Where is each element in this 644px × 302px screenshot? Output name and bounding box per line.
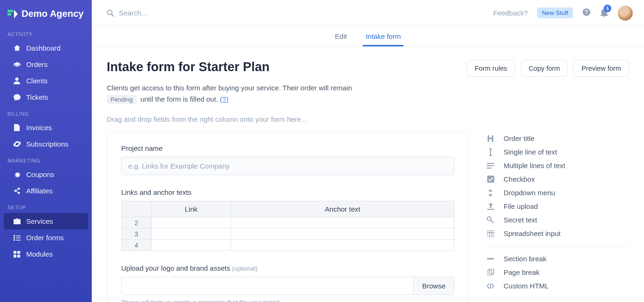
palette-label: Dropdown menu — [504, 189, 555, 197]
palette-spreadsheet[interactable]: Spreadsheet input — [484, 227, 629, 240]
sheet-cell[interactable] — [231, 217, 454, 228]
desc-help-link[interactable]: (?) — [220, 95, 228, 103]
sheet-cell[interactable] — [231, 240, 454, 251]
brand-name: Demo Agency — [22, 8, 84, 19]
refresh-icon — [13, 140, 21, 147]
svg-marker-2 — [14, 10, 18, 18]
svg-point-6 — [17, 192, 20, 194]
svg-rect-1 — [7, 13, 11, 15]
builder-row: Project name Links and anchor texts Link… — [107, 132, 629, 302]
lines-icon — [486, 163, 495, 169]
copy-icon — [486, 269, 495, 276]
palette-dropdown[interactable]: Dropdown menu — [484, 186, 629, 199]
sheet-row[interactable]: 3 — [122, 228, 454, 240]
subnav: Edit Intake form — [92, 26, 644, 47]
palette-label: Page break — [504, 268, 540, 276]
sidebar-item-dashboard[interactable]: Dashboard — [0, 40, 92, 56]
tab-edit[interactable]: Edit — [332, 32, 350, 46]
svg-rect-24 — [487, 176, 494, 183]
palette-order-title[interactable]: Order title — [484, 132, 629, 145]
svg-rect-12 — [16, 240, 21, 241]
sheet-rownum: 4 — [122, 240, 152, 251]
sheet-header-link: Link — [152, 201, 231, 217]
palette-section-break[interactable]: Section break — [484, 252, 629, 265]
palette-secret[interactable]: Secret text — [484, 213, 629, 227]
sidebar-item-clients[interactable]: Clients — [0, 73, 92, 89]
sidebar-item-label: Invoices — [26, 124, 52, 132]
copy-form-button[interactable]: Copy form — [521, 60, 568, 77]
code-icon — [486, 283, 495, 289]
palette-multi-line[interactable]: Multiple lines of text — [484, 159, 629, 172]
form-card: Project name Links and anchor texts Link… — [107, 132, 469, 302]
minus-icon — [486, 258, 495, 260]
sidebar-item-label: Services — [26, 217, 53, 225]
upload-path-input[interactable] — [121, 277, 413, 295]
field-palette: Order title Single line of text Multiple… — [484, 132, 629, 293]
sheet-row[interactable]: 2 — [122, 217, 454, 228]
palette-page-break[interactable]: Page break — [484, 265, 629, 279]
palette-label: Secret text — [504, 216, 537, 224]
palette-custom-html[interactable]: Custom HTML — [484, 279, 629, 293]
preview-form-button[interactable]: Preview form — [573, 60, 629, 77]
sheet-header-anchor: Anchor text — [231, 201, 454, 217]
sheet-rownum: 2 — [122, 217, 152, 228]
sheet-cell[interactable] — [152, 217, 231, 228]
svg-rect-0 — [7, 10, 13, 12]
svg-point-5 — [17, 187, 20, 190]
sidebar-item-modules[interactable]: Modules — [0, 246, 92, 262]
palette-label: File upload — [504, 202, 538, 210]
links-spreadsheet[interactable]: Link Anchor text 2 3 4 — [121, 201, 454, 251]
briefcase-icon — [13, 218, 21, 224]
brand-logo-icon — [7, 10, 18, 18]
sheet-cell[interactable] — [152, 240, 231, 251]
sheet-cell[interactable] — [231, 228, 454, 240]
search-input[interactable] — [119, 9, 259, 17]
sheet-cell[interactable] — [152, 228, 231, 240]
cursor-icon — [486, 148, 495, 156]
desc-pre: Clients get access to this form after bu… — [107, 84, 352, 92]
sidebar-item-invoices[interactable]: Invoices — [0, 119, 92, 136]
brand[interactable]: Demo Agency — [0, 4, 92, 26]
sheet-row[interactable]: 4 — [122, 240, 454, 251]
sidebar-item-tickets[interactable]: Tickets — [0, 89, 92, 105]
sidebar-item-coupons[interactable]: Coupons — [0, 166, 92, 183]
key-icon — [486, 216, 495, 224]
palette-file-upload[interactable]: File upload — [484, 199, 629, 213]
svg-rect-32 — [489, 269, 494, 274]
palette-single-line[interactable]: Single line of text — [484, 145, 629, 159]
help-icon[interactable]: ? — [582, 8, 591, 18]
svg-point-4 — [14, 190, 16, 192]
notifications-icon[interactable]: 5 — [600, 7, 608, 18]
file-icon — [13, 124, 21, 131]
palette-checkbox[interactable]: Checkbox — [484, 172, 629, 186]
svg-rect-10 — [16, 237, 21, 238]
palette-label: Section break — [504, 255, 547, 263]
sheet-rownum: 3 — [122, 228, 152, 240]
sidebar-item-subscriptions[interactable]: Subscriptions — [0, 136, 92, 152]
feedback-link[interactable]: Feedback? — [493, 9, 528, 17]
upload-label: Upload your logo and brand assets (optio… — [121, 264, 454, 272]
svg-point-25 — [487, 217, 491, 221]
form-rules-button[interactable]: Form rules — [467, 60, 515, 77]
updown-icon — [486, 189, 495, 197]
page-description: Clients get access to this form after bu… — [107, 82, 369, 105]
avatar[interactable] — [618, 6, 633, 21]
upload-optional: (optional) — [232, 265, 257, 272]
upload-icon — [486, 203, 495, 210]
svg-rect-8 — [16, 236, 21, 236]
sidebar-item-order-forms[interactable]: Order forms — [0, 229, 92, 246]
search-wrap — [107, 9, 493, 17]
sidebar-item-orders[interactable]: Orders — [0, 56, 92, 73]
project-name-input[interactable] — [121, 157, 454, 175]
new-stuff-badge[interactable]: New Stuff — [537, 7, 573, 18]
sidebar-item-affiliates[interactable]: Affiliates — [0, 183, 92, 199]
sheet-corner — [122, 201, 152, 217]
browse-button[interactable]: Browse — [413, 277, 454, 295]
palette-label: Spreadsheet input — [504, 229, 561, 237]
links-label: Links and anchor texts — [121, 188, 454, 196]
palette-separator — [484, 246, 629, 246]
sidebar-item-label: Orders — [26, 60, 48, 68]
tab-intake-form[interactable]: Intake form — [363, 32, 403, 46]
project-name-label: Project name — [121, 144, 454, 152]
sidebar-item-services[interactable]: Services — [4, 213, 88, 229]
